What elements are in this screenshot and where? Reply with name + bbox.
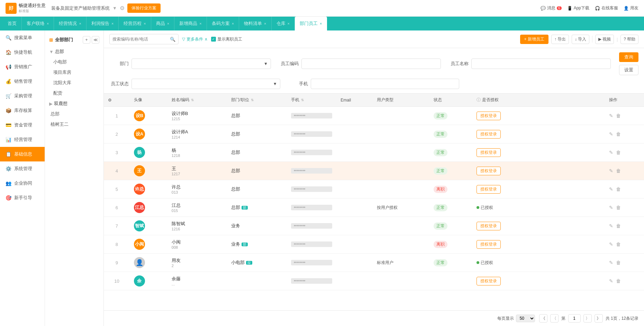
- tab-barcode[interactable]: 条码方案 ×: [207, 17, 239, 30]
- delete-icon[interactable]: 🗑: [616, 131, 621, 137]
- edit-icon[interactable]: ✎: [609, 278, 613, 284]
- settings-icon[interactable]: ⚙: [120, 5, 125, 11]
- sidebar-item-finance[interactable]: 💳 资金管理: [0, 118, 45, 132]
- auth-login-button[interactable]: 授权登录: [477, 222, 501, 230]
- auth-login-button[interactable]: 授权登录: [477, 277, 501, 285]
- sidebar-item-sales[interactable]: 💰 销售管理: [0, 74, 45, 89]
- edit-icon[interactable]: ✎: [609, 260, 613, 265]
- page-input[interactable]: [568, 314, 581, 323]
- video-button[interactable]: ▶ 视频: [595, 35, 614, 44]
- sidebar-item-marketing[interactable]: 📢 营销推广: [0, 60, 45, 74]
- phone-input[interactable]: [311, 79, 460, 89]
- sidebar-item-operations[interactable]: 📊 经营管理: [0, 132, 45, 147]
- tab-goods[interactable]: 商品 ×: [151, 17, 174, 30]
- edit-icon[interactable]: ✎: [609, 131, 613, 137]
- message-btn[interactable]: 💬 消息 6: [541, 5, 562, 11]
- close-icon[interactable]: ×: [232, 21, 234, 26]
- delete-icon[interactable]: 🗑: [616, 260, 621, 265]
- sidebar-item-guide[interactable]: 🎯 新手引导: [0, 191, 45, 205]
- reset-button[interactable]: 设置: [619, 65, 638, 75]
- tree-item-shenyang[interactable]: 沈阳大库: [45, 78, 103, 88]
- help-button[interactable]: ? 帮助: [620, 35, 638, 44]
- auth-login-button[interactable]: 授权登录: [477, 185, 501, 194]
- prev-page-btn[interactable]: 〈: [550, 314, 559, 323]
- status-select[interactable]: ▼: [131, 79, 280, 89]
- dropdown-icon[interactable]: ▼: [112, 6, 117, 11]
- close-icon[interactable]: ×: [47, 21, 49, 26]
- delete-icon[interactable]: 🗑: [616, 168, 621, 174]
- delete-icon[interactable]: 🗑: [616, 205, 621, 210]
- tree-item-xiaodibu[interactable]: 小电部: [45, 57, 103, 67]
- tab-business[interactable]: 经营情况 ×: [54, 17, 86, 30]
- tree-add-btn[interactable]: +: [83, 36, 90, 44]
- auth-login-button[interactable]: 授权登录: [477, 240, 501, 249]
- search-input[interactable]: [112, 37, 168, 42]
- tree-item-zhishu[interactable]: 植树王二: [45, 119, 103, 130]
- close-icon[interactable]: ×: [320, 21, 322, 26]
- edit-icon[interactable]: ✎: [609, 168, 613, 174]
- name-input[interactable]: [471, 59, 611, 69]
- tab-history[interactable]: 经营历程 ×: [119, 17, 151, 30]
- delete-icon[interactable]: 🗑: [616, 150, 621, 155]
- edit-icon[interactable]: ✎: [609, 205, 613, 210]
- tab-profit[interactable]: 利润报告 ×: [87, 17, 119, 30]
- sidebar-item-basic[interactable]: 📋 基础信息: [0, 147, 45, 161]
- close-icon[interactable]: ×: [199, 21, 201, 26]
- tab-warehouse[interactable]: 仓库 ×: [272, 17, 295, 30]
- edit-icon[interactable]: ✎: [609, 113, 613, 118]
- per-page-select[interactable]: 50 20 100: [516, 315, 535, 322]
- col-name[interactable]: 姓名/编码 ⇅: [167, 94, 227, 107]
- delete-icon[interactable]: 🗑: [616, 223, 621, 229]
- close-icon[interactable]: ×: [79, 21, 81, 26]
- show-inactive-toggle[interactable]: ✓ 显示离职员工: [211, 36, 242, 42]
- auth-login-button[interactable]: 授权登录: [477, 112, 501, 120]
- sidebar-item-nav[interactable]: 🏠 快捷导航: [0, 45, 45, 60]
- user-btn[interactable]: 👤 用友: [624, 5, 638, 11]
- tree-item-zongbu[interactable]: 总部: [45, 109, 103, 119]
- tree-group-headquarters[interactable]: ▼ 总部: [45, 46, 103, 57]
- edit-icon[interactable]: ✎: [609, 186, 613, 192]
- trial-button[interactable]: 体验行业方案: [127, 3, 161, 13]
- tree-item-distribution[interactable]: 配货: [45, 88, 103, 98]
- close-icon[interactable]: ×: [111, 21, 114, 26]
- tab-bom[interactable]: 物料清单 ×: [239, 17, 271, 30]
- close-icon[interactable]: ×: [288, 21, 290, 26]
- next-page-btn[interactable]: 〉: [583, 314, 592, 323]
- sidebar-item-search[interactable]: 🔍 搜索菜单: [0, 30, 45, 45]
- delete-icon[interactable]: 🗑: [616, 278, 621, 284]
- last-page-btn[interactable]: 》: [595, 314, 603, 323]
- export-button[interactable]: ↑ 导出: [551, 35, 569, 44]
- auth-login-button[interactable]: 授权登录: [477, 148, 501, 157]
- sidebar-item-system[interactable]: ⚙️ 系统管理: [0, 161, 45, 176]
- auth-login-button[interactable]: 授权登录: [477, 130, 501, 139]
- delete-icon[interactable]: 🗑: [616, 241, 621, 247]
- edit-icon[interactable]: ✎: [609, 223, 613, 229]
- sidebar-item-collab[interactable]: 👥 企业协同: [0, 176, 45, 191]
- close-icon[interactable]: ×: [144, 21, 146, 26]
- tab-customer[interactable]: 客户联络 ×: [22, 17, 54, 30]
- edit-icon[interactable]: ✎: [609, 241, 613, 247]
- close-icon[interactable]: ×: [167, 21, 169, 26]
- first-page-btn[interactable]: 《: [539, 314, 547, 323]
- sidebar-item-purchase[interactable]: 🛒 采购管理: [0, 89, 45, 103]
- sidebar-item-inventory[interactable]: 📦 库存核算: [0, 103, 45, 118]
- close-icon[interactable]: ×: [264, 21, 266, 26]
- dept-select[interactable]: ▼: [131, 59, 271, 69]
- add-employee-button[interactable]: + 新增员工: [520, 35, 548, 44]
- app-download-btn[interactable]: 📱 App下载: [567, 5, 589, 11]
- search-box[interactable]: 🔍: [109, 34, 179, 44]
- tab-dept-employee[interactable]: 部门员工 ×: [295, 17, 327, 30]
- col-settings[interactable]: ⚙: [104, 94, 130, 107]
- filter-btn[interactable]: ▽ 更多条件 ∧: [182, 36, 208, 42]
- tree-group-shuanglu[interactable]: ▶ 双鹿想: [45, 98, 103, 109]
- auth-login-button[interactable]: 授权登录: [477, 167, 501, 175]
- tab-add-goods[interactable]: 新增商品 ×: [174, 17, 207, 30]
- col-phone[interactable]: 手机 ⇅: [287, 94, 336, 107]
- online-service-btn[interactable]: 🎧 在线客服: [595, 5, 618, 11]
- code-input[interactable]: [301, 59, 441, 69]
- col-dept[interactable]: 部门/职位 ⇅: [227, 94, 287, 107]
- delete-icon[interactable]: 🗑: [616, 186, 621, 192]
- edit-icon[interactable]: ✎: [609, 150, 613, 155]
- tree-item-project[interactable]: 项目库房: [45, 67, 103, 78]
- import-button[interactable]: ↓ 导入: [572, 35, 589, 44]
